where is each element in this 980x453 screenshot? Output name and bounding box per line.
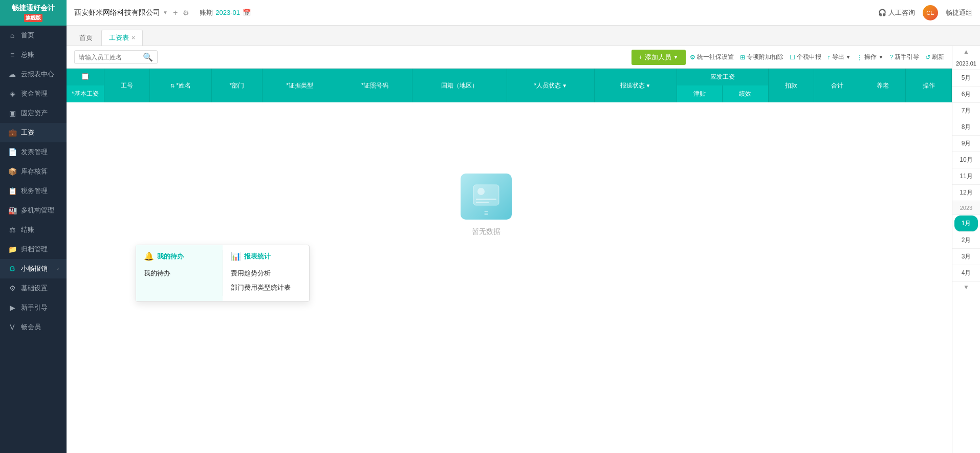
empty-text: 暂无数据 <box>472 227 500 236</box>
month-10[interactable]: 10月 <box>952 152 980 168</box>
col-deduction: 扣款 <box>768 69 814 102</box>
month-nav-down[interactable]: ▼ <box>952 282 980 293</box>
sidebar-item-fixed-assets[interactable]: ▣ 固定资产 <box>0 103 67 123</box>
tax-report-btn[interactable]: ☐ 个税申报 <box>790 53 821 61</box>
sidebar-item-guide[interactable]: ▶ 新手引导 <box>0 298 67 317</box>
sidebar-item-label: 工资 <box>21 128 34 137</box>
sidebar-item-label: 首页 <box>21 31 34 40</box>
select-all-header[interactable] <box>67 69 104 85</box>
sidebar-item-label: 资金管理 <box>21 89 48 98</box>
select-all-checkbox[interactable] <box>82 73 89 80</box>
month-panel: ▲ 2023.01 5月 6月 7月 8月 9月 10月 11月 12月 202… <box>952 46 980 453</box>
month-panel-header: 2023.01 <box>952 57 980 70</box>
col-personnel-status: *人员状态 ▼ <box>507 69 594 102</box>
content-area: 🔍 + 添加人员 ▼ ⚙ 统一社保设置 ⊞ 专项附加扣除 <box>67 46 980 453</box>
tab-label: 首页 <box>79 33 93 42</box>
search-input[interactable] <box>79 54 140 61</box>
tab-label: 工资表 <box>109 33 129 42</box>
support-label: 人工咨询 <box>888 8 915 17</box>
month-12[interactable]: 12月 <box>952 185 980 201</box>
col-base-salary: *基本工资 <box>67 85 104 102</box>
todo-icon: 🔔 <box>144 251 154 261</box>
submit-filter-icon[interactable]: ▼ <box>646 83 651 89</box>
sidebar-item-ledger[interactable]: ≡ 总账 <box>0 45 67 64</box>
export-icon: ↑ <box>827 54 831 61</box>
sidebar-item-basic-settings[interactable]: ⚙ 基础设置 <box>0 278 67 298</box>
popup-report-item-1[interactable]: 费用趋势分析 <box>231 266 302 281</box>
sidebar-item-finance[interactable]: ◈ 资金管理 <box>0 84 67 103</box>
col-name: ⇅ *姓名 <box>150 69 212 102</box>
month-5[interactable]: 5月 <box>952 70 980 87</box>
company-name: 西安虾米网络科技有限公司 ▼ <box>74 8 168 17</box>
guide-btn[interactable]: ? 新手引导 <box>889 53 919 61</box>
add-person-dropdown-icon: ▼ <box>673 54 679 60</box>
month-2[interactable]: 2月 <box>952 232 980 249</box>
popup-todo-item[interactable]: 我的待办 <box>144 266 215 281</box>
top-right-area: 🎧 人工咨询 CE 畅捷通组 <box>878 5 972 20</box>
add-company-btn[interactable]: + <box>173 8 178 17</box>
empty-icon <box>461 174 512 220</box>
sidebar-item-vip[interactable]: V 畅会员 <box>0 317 67 337</box>
month-3[interactable]: 3月 <box>952 249 980 265</box>
sidebar-item-salary[interactable]: 💼 工资 <box>0 123 67 142</box>
month-nav-up[interactable]: ▲ <box>952 46 980 57</box>
month-9[interactable]: 9月 <box>952 136 980 152</box>
expand-arrow: ‹ <box>57 266 59 272</box>
calendar-icon[interactable]: 📅 <box>243 9 251 16</box>
sidebar-item-label: 结账 <box>21 225 34 234</box>
col-submit-status: 报送状态 ▼ <box>594 69 677 102</box>
col-id-type: *证据类型 <box>262 69 337 102</box>
sidebar-item-home[interactable]: ⌂ 首页 <box>0 26 67 45</box>
sidebar-item-closing[interactable]: ⚖ 结账 <box>0 220 67 240</box>
company-dropdown-icon[interactable]: ▼ <box>163 10 168 15</box>
col-total: 合计 <box>814 69 860 102</box>
sidebar-item-label: 小畅报销 <box>21 264 48 273</box>
sidebar-item-invoice[interactable]: 📄 发票管理 <box>0 142 67 162</box>
headset-icon: 🎧 <box>878 9 886 16</box>
sidebar-item-cloud-report[interactable]: ☁ 云报表中心 <box>0 64 67 84</box>
social-insurance-btn[interactable]: ⚙ 统一社保设置 <box>690 53 734 61</box>
add-person-label: 添加人员 <box>645 53 671 62</box>
salary-icon: 💼 <box>8 128 17 137</box>
settings-btn[interactable]: ⚙ <box>183 9 189 17</box>
month-11[interactable]: 11月 <box>952 168 980 185</box>
sidebar-item-inventory[interactable]: 📦 库存核算 <box>0 162 67 181</box>
support-btn[interactable]: 🎧 人工咨询 <box>878 8 915 17</box>
app-name: 畅捷通好会计 <box>12 4 55 13</box>
month-7[interactable]: 7月 <box>952 103 980 119</box>
guide-icon: ? <box>889 54 893 61</box>
special-deduction-icon: ⊞ <box>740 54 745 61</box>
special-deduction-btn[interactable]: ⊞ 专项附加扣除 <box>740 53 783 61</box>
col-dept: *部门 <box>211 69 262 102</box>
export-btn[interactable]: ↑ 导出 ▼ <box>827 53 851 61</box>
popup-section-report: 📊 报表统计 费用趋势分析 部门费用类型统计表 <box>223 245 310 301</box>
sidebar-item-multi-org[interactable]: 🏭 多机构管理 <box>0 201 67 220</box>
tab-salary[interactable]: 工资表 × <box>101 30 143 46</box>
operation-btn[interactable]: ⋮ 操作 ▼ <box>857 53 883 61</box>
tab-close-btn[interactable]: × <box>132 34 135 41</box>
month-4[interactable]: 4月 <box>952 265 980 282</box>
toolbar-actions: ⚙ 统一社保设置 ⊞ 专项附加扣除 ☐ 个税申报 ↑ 导出 ▼ <box>690 53 945 61</box>
tab-home[interactable]: 首页 <box>72 30 100 46</box>
year-label: 2023 <box>952 201 980 215</box>
popup-report-item-2[interactable]: 部门费用类型统计表 <box>231 281 302 295</box>
sidebar-item-label: 库存核算 <box>21 167 48 176</box>
period-label-text: 账期 <box>200 8 213 17</box>
add-person-button[interactable]: + 添加人员 ▼ <box>631 50 686 65</box>
refresh-btn[interactable]: ↺ 刷新 <box>925 53 944 61</box>
user-name: 畅捷通组 <box>946 8 972 17</box>
svg-rect-3 <box>476 202 489 203</box>
sidebar-item-label: 多机构管理 <box>21 206 54 215</box>
invoice-icon: 📄 <box>8 148 17 156</box>
month-1-active[interactable]: 1月 <box>954 215 978 232</box>
sidebar-item-archive[interactable]: 📁 归档管理 <box>0 240 67 259</box>
tax-report-icon: ☐ <box>790 54 795 61</box>
month-8[interactable]: 8月 <box>952 119 980 136</box>
filter-icon[interactable]: ▼ <box>562 83 567 89</box>
month-6[interactable]: 6月 <box>952 87 980 103</box>
sidebar-item-expense[interactable]: G 小畅报销 ‹ <box>0 259 67 278</box>
sort-icon[interactable]: ⇅ <box>170 83 175 89</box>
popup-report-label: 报表统计 <box>244 252 271 261</box>
company-name-text: 西安虾米网络科技有限公司 <box>74 8 160 17</box>
sidebar-item-tax[interactable]: 📋 税务管理 <box>0 181 67 201</box>
